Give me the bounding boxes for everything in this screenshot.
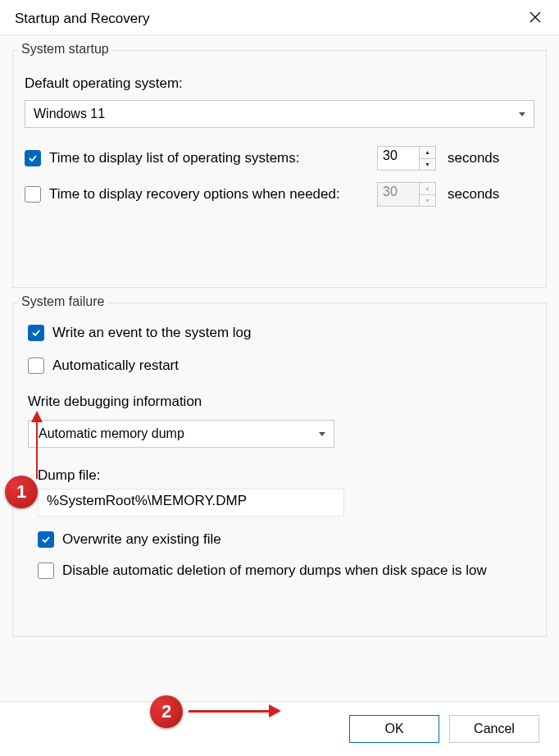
display-list-label: Time to display list of operating system… — [49, 150, 300, 166]
debug-info-label: Write debugging information — [28, 394, 534, 410]
annotation-arrow-2 — [189, 710, 279, 713]
cancel-button[interactable]: Cancel — [449, 715, 539, 743]
spinner-up-icon: ▲ — [420, 183, 435, 195]
chevron-down-icon — [319, 432, 325, 436]
checkbox-display-recovery[interactable] — [25, 186, 41, 203]
annotation-arrow-1 — [36, 413, 38, 479]
group-title-failure: System failure — [18, 294, 107, 309]
default-os-combo[interactable]: Windows 11 — [25, 100, 534, 128]
chevron-down-icon — [519, 112, 525, 116]
auto-restart-label: Automatically restart — [52, 358, 179, 374]
checkbox-event-log[interactable] — [28, 325, 44, 341]
group-system-failure: System failure Write an event to the sys… — [12, 303, 547, 637]
dump-file-input[interactable]: %SystemRoot%\MEMORY.DMP — [38, 489, 344, 517]
group-title-startup: System startup — [18, 42, 112, 57]
seconds-label-2: seconds — [448, 186, 499, 203]
annotation-marker-1: 1 — [5, 476, 38, 508]
display-recovery-value: 30 — [377, 182, 420, 207]
default-os-value: Windows 11 — [34, 107, 105, 121]
close-icon[interactable] — [526, 10, 544, 28]
dump-type-value: Automatic memory dump — [39, 426, 184, 441]
display-recovery-spinner: ▲▼ — [420, 182, 436, 207]
annotation-marker-2: 2 — [150, 695, 183, 728]
checkbox-overwrite[interactable] — [38, 531, 54, 548]
content-area: System startup Default operating system:… — [0, 34, 559, 708]
checkbox-auto-restart[interactable] — [28, 358, 44, 374]
display-list-value[interactable]: 30 — [377, 146, 420, 171]
event-log-label: Write an event to the system log — [52, 325, 252, 341]
display-list-spinner[interactable]: ▲▼ — [420, 146, 436, 171]
dump-file-label: Dump file: — [38, 467, 534, 484]
window-title: Startup and Recovery — [15, 11, 149, 27]
disable-delete-label: Disable automatic deletion of memory dum… — [62, 562, 487, 579]
dump-type-combo[interactable]: Automatic memory dump — [28, 420, 334, 448]
checkbox-display-list[interactable] — [25, 150, 41, 166]
group-system-startup: System startup Default operating system:… — [12, 50, 547, 288]
overwrite-label: Overwrite any existing file — [62, 531, 221, 548]
titlebar: Startup and Recovery — [0, 0, 559, 34]
spinner-up-icon: ▲ — [420, 147, 435, 159]
spinner-down-icon: ▼ — [420, 195, 435, 207]
display-recovery-label: Time to display recovery options when ne… — [49, 186, 340, 203]
default-os-label: Default operating system: — [25, 75, 534, 92]
seconds-label-1: seconds — [448, 150, 499, 166]
spinner-down-icon: ▼ — [420, 159, 435, 171]
ok-button[interactable]: OK — [349, 715, 439, 743]
checkbox-disable-delete[interactable] — [38, 562, 54, 579]
